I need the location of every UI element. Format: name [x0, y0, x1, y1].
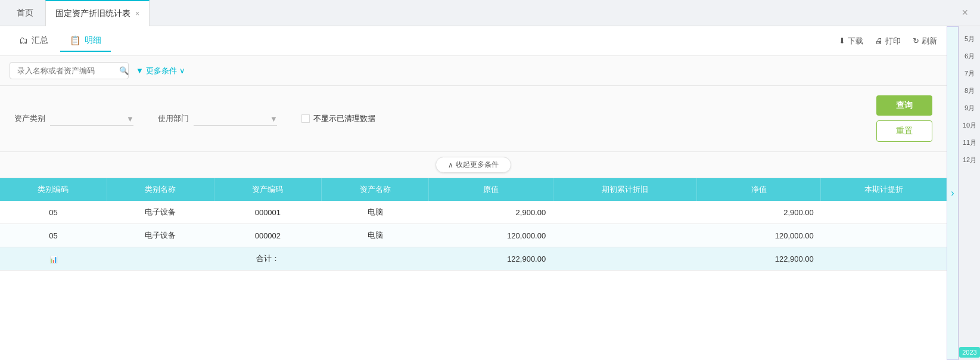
filter-row: 资产类别 ▼ 使用部门 ▼ 不显示已清理数据 [14, 95, 932, 142]
col-header-category-name: 类别名称 [107, 178, 214, 201]
cell-category-name: 电子设备 [107, 224, 214, 247]
asset-category-filter: 资产类别 ▼ [14, 111, 134, 126]
filter-bar: 🔍 ▼ 更多条件 ∨ [0, 56, 947, 86]
collapse-label: 收起更多条件 [456, 160, 499, 170]
cell-original-value: 2,900.00 [429, 201, 553, 224]
table-row: 05 电子设备 000001 电脑 2,900.00 2,900.00 [0, 201, 947, 224]
chevron-up-icon: ∧ [448, 161, 453, 169]
print-action[interactable]: 🖨 打印 [875, 36, 901, 46]
toolbar-actions: ⬇ 下载 🖨 打印 ↻ 刷新 [839, 36, 937, 46]
refresh-label: 刷新 [922, 36, 937, 46]
sidebar-month-item[interactable]: 5月 [965, 31, 975, 47]
total-original-value: 122,900.00 [429, 247, 553, 271]
total-accumulated-dep [553, 247, 696, 271]
hide-cleared-checkbox-item[interactable]: 不显示已清理数据 [301, 113, 375, 124]
data-table: 类别编码 类别名称 资产编码 资产名称 原值 期初累计折旧 净值 本期计提折 0… [0, 178, 947, 271]
cell-asset-name: 电脑 [321, 224, 428, 247]
tab-bar: 首页 固定资产折旧统计表 × × [0, 0, 980, 26]
col-header-asset-name: 资产名称 [321, 178, 428, 201]
download-action[interactable]: ⬇ 下载 [839, 36, 863, 46]
sidebar-month-item[interactable]: 6月 [965, 48, 975, 64]
tab-close-icon[interactable]: × [135, 10, 139, 18]
refresh-action[interactable]: ↻ 刷新 [913, 36, 937, 46]
sidebar-month-item[interactable]: 10月 [963, 117, 976, 134]
tab-detail-label: 明细 [85, 35, 101, 46]
asset-category-select[interactable] [50, 111, 133, 126]
collapse-button[interactable]: ∧ 收起更多条件 [435, 157, 511, 173]
cell-category-code: 05 [0, 224, 107, 247]
chevron-down-icon: ∨ [179, 66, 185, 75]
table-header-row: 类别编码 类别名称 资产编码 资产名称 原值 期初累计折旧 净值 本期计提折 [0, 178, 947, 201]
more-conditions-button[interactable]: ▼ 更多条件 ∨ [136, 66, 185, 76]
total-net-value: 122,900.00 [696, 247, 821, 271]
total-current-dep [821, 247, 947, 271]
col-header-category-code: 类别编码 [0, 178, 107, 201]
sidebar-month-item[interactable]: 7月 [965, 66, 975, 82]
left-panel: 🗂 汇总 📋 明细 ⬇ 下载 🖨 打印 ↻ 刷新 [0, 26, 947, 360]
query-button[interactable]: 查询 [876, 95, 932, 116]
table-total-row: 📊 合计： 122,900.00 122,900.00 [0, 247, 947, 271]
cell-asset-code: 000001 [214, 201, 321, 224]
tab-summary-label: 汇总 [32, 35, 48, 46]
cell-category-code: 05 [0, 201, 107, 224]
total-label-cell: 合计： [107, 247, 429, 271]
cell-accumulated-dep [553, 201, 696, 224]
sidebar-month-item[interactable]: 12月 [963, 152, 976, 168]
use-department-select[interactable] [194, 111, 277, 126]
window-close-button[interactable]: × [957, 4, 973, 21]
use-department-label: 使用部门 [158, 113, 189, 124]
col-header-current-dep: 本期计提折 [821, 178, 947, 201]
print-label: 打印 [885, 36, 901, 46]
expand-arrow[interactable]: › [947, 26, 959, 360]
reset-button[interactable]: 重置 [876, 120, 932, 142]
tab-detail[interactable]: 📋 明细 [60, 30, 111, 52]
hide-cleared-checkbox[interactable] [301, 114, 310, 123]
print-icon: 🖨 [875, 36, 883, 45]
cell-accumulated-dep [553, 224, 696, 247]
sidebar-month-item[interactable]: 8月 [965, 83, 975, 99]
filter-actions: 查询 重置 [876, 95, 932, 142]
tab-active-label: 固定资产折旧统计表 [55, 8, 130, 19]
sidebar-year-badge[interactable]: 2023 [959, 347, 979, 358]
cell-net-value: 120,000.00 [696, 224, 821, 247]
cell-net-value: 2,900.00 [696, 201, 821, 224]
main-content: 🗂 汇总 📋 明细 ⬇ 下载 🖨 打印 ↻ 刷新 [0, 26, 980, 360]
sidebar-month-item[interactable]: 11月 [963, 135, 976, 151]
use-department-filter: 使用部门 ▼ [158, 111, 278, 126]
col-header-asset-code: 资产编码 [214, 178, 321, 201]
cell-original-value: 120,000.00 [429, 224, 553, 247]
cell-current-dep [821, 201, 947, 224]
asset-category-label: 资产类别 [14, 113, 45, 124]
cell-current-dep [821, 224, 947, 247]
more-conditions-label: 更多条件 [146, 66, 177, 76]
collapse-bar: ∧ 收起更多条件 [0, 152, 947, 178]
cell-asset-code: 000002 [214, 224, 321, 247]
table-row: 05 电子设备 000002 电脑 120,000.00 120,000.00 [0, 224, 947, 247]
advanced-filter: 资产类别 ▼ 使用部门 ▼ 不显示已清理数据 [0, 86, 947, 152]
toolbar: 🗂 汇总 📋 明细 ⬇ 下载 🖨 打印 ↻ 刷新 [0, 26, 947, 56]
cell-category-name: 电子设备 [107, 201, 214, 224]
sidebar-month-item[interactable]: 9月 [965, 100, 975, 116]
search-icon[interactable]: 🔍 [119, 66, 129, 75]
search-input[interactable] [10, 62, 129, 79]
tab-summary[interactable]: 🗂 汇总 [10, 30, 58, 52]
col-header-original-value: 原值 [429, 178, 553, 201]
hide-cleared-label: 不显示已清理数据 [313, 113, 375, 124]
tab-home[interactable]: 首页 [7, 0, 43, 26]
col-header-net-value: 净值 [696, 178, 821, 201]
cell-asset-name: 电脑 [321, 201, 428, 224]
layers-icon: 🗂 [19, 35, 28, 45]
download-label: 下载 [848, 36, 863, 46]
download-icon: ⬇ [839, 36, 845, 45]
refresh-icon: ↻ [913, 36, 919, 45]
table-container: 类别编码 类别名称 资产编码 资产名称 原值 期初累计折旧 净值 本期计提折 0… [0, 178, 947, 360]
right-sidebar: 5月6月7月8月9月10月11月12月2023 [959, 26, 980, 360]
col-header-accumulated-dep: 期初累计折旧 [553, 178, 696, 201]
total-icon-cell: 📊 [0, 247, 107, 271]
detail-icon: 📋 [70, 35, 81, 46]
tab-active[interactable]: 固定资产折旧统计表 × [45, 0, 150, 26]
filter-icon: ▼ [136, 66, 144, 75]
